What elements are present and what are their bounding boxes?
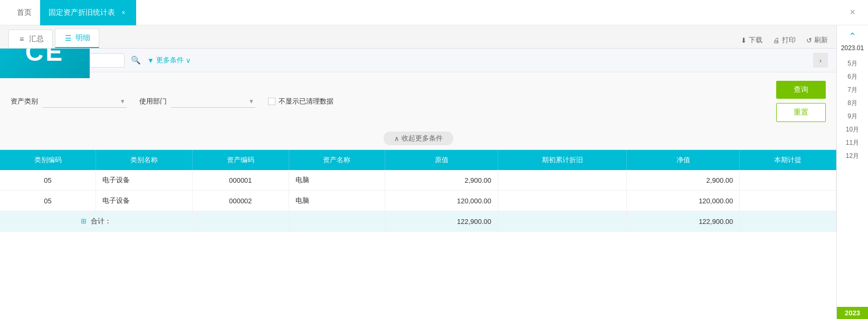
row1-category-code: 05 — [0, 170, 96, 191]
hide-cleared-label: 不显示已清理数据 — [279, 97, 333, 106]
tab-detail-label: 明细 — [75, 33, 90, 43]
more-conditions-btn[interactable]: ▼ 更多条件 ∨ — [147, 55, 191, 65]
total-empty-1 — [192, 211, 289, 232]
table-row: 05 电子设备 000002 电脑 120,000.00 120,000.00 — [0, 191, 836, 211]
col-category-name: 类别名称 — [96, 150, 193, 170]
nav-tab-fixed-assets[interactable]: 固定资产折旧统计表 × — [40, 0, 136, 25]
filter-expand-arrow[interactable]: › — [813, 53, 828, 68]
search-icon[interactable]: 🔍 — [131, 55, 141, 65]
month-item[interactable]: 11月 — [846, 136, 859, 149]
month-item[interactable]: 10月 — [846, 123, 859, 136]
right-panel-date: 2023.01 — [841, 44, 864, 52]
row1-category-name: 电子设备 — [96, 170, 193, 191]
month-item[interactable]: 12月 — [846, 149, 859, 163]
month-list: 5月6月7月8月9月10月11月12月 — [846, 57, 859, 163]
refresh-button[interactable]: ↺ 刷新 — [806, 35, 828, 45]
total-net-value: 122,900.00 — [627, 211, 740, 232]
row2-original-value: 120,000.00 — [385, 191, 498, 211]
tab-summary-label: 汇总 — [29, 34, 44, 44]
assets-table: 类别编码 类别名称 资产编码 资产名称 原值 期初累计折旧 净值 本期计提 05… — [0, 150, 836, 232]
filter-icon: ▼ — [147, 57, 154, 64]
col-original-value: 原值 — [385, 150, 498, 170]
asset-category-input[interactable] — [42, 95, 127, 108]
row2-accum-depreciation — [498, 191, 627, 211]
query-button[interactable]: 查询 — [776, 81, 826, 99]
total-original-value: 122,900.00 — [385, 211, 498, 232]
row1-accum-depreciation — [498, 170, 627, 191]
month-item[interactable]: 5月 — [846, 57, 859, 70]
download-button[interactable]: ⬇ 下载 — [741, 35, 762, 45]
nav-home[interactable]: 首页 — [8, 8, 40, 17]
sub-tabs: ≡ 汇总 ☰ 明细 ⬇ 下载 🖨 打印 ↺ 刷新 — [0, 25, 836, 49]
more-conditions-label: 更多条件 — [156, 55, 184, 65]
tab-summary[interactable]: ≡ 汇总 — [8, 30, 53, 48]
total-icon: ⊞ — [81, 217, 87, 225]
use-dept-label: 使用部门 — [139, 97, 167, 106]
table-row: 05 电子设备 000001 电脑 2,900.00 2,900.00 — [0, 170, 836, 191]
month-item[interactable]: 9月 — [846, 110, 859, 123]
col-category-code: 类别编码 — [0, 150, 96, 170]
row1-current-period — [740, 170, 836, 191]
right-panel: ⌃ 2023.01 5月6月7月8月9月10月11月12月 2023 — [836, 25, 868, 319]
use-dept-input[interactable] — [171, 95, 255, 108]
col-net-value: 净值 — [627, 150, 740, 170]
hide-cleared-checkbox[interactable] — [268, 98, 275, 105]
total-label: 合计： — [91, 217, 111, 225]
nav-tab-label: 固定资产折旧统计表 — [49, 8, 115, 17]
chevron-down-icon: ∨ — [186, 57, 191, 64]
filter-use-dept: 使用部门 ▾ — [139, 95, 255, 108]
row1-asset-code: 000001 — [192, 170, 289, 191]
row2-asset-name: 电脑 — [289, 191, 385, 211]
window-close-button[interactable]: × — [850, 7, 855, 18]
filter-row-1: 资产类别 ▾ 使用部门 ▾ 不显示已清理数据 查询 重置 — [11, 81, 826, 122]
row2-category-name: 电子设备 — [96, 191, 193, 211]
download-icon: ⬇ — [741, 36, 747, 44]
filter-asset-category: 资产类别 ▾ — [11, 95, 127, 108]
col-asset-name: 资产名称 — [289, 150, 385, 170]
total-empty-2 — [289, 211, 385, 232]
month-item[interactable]: 7月 — [846, 83, 859, 97]
table-header-row: 类别编码 类别名称 资产编码 资产名称 原值 期初累计折旧 净值 本期计提 — [0, 150, 836, 170]
advanced-filter: 资产类别 ▾ 使用部门 ▾ 不显示已清理数据 查询 重置 — [0, 72, 836, 150]
hide-cleared-checkbox-item[interactable]: 不显示已清理数据 — [268, 97, 333, 106]
tab-close-icon[interactable]: × — [119, 8, 128, 17]
col-asset-code: 资产编码 — [192, 150, 289, 170]
row1-original-value: 2,900.00 — [385, 170, 498, 191]
col-current-period: 本期计提 — [740, 150, 836, 170]
print-button[interactable]: 🖨 打印 — [773, 35, 796, 45]
download-label: 下载 — [749, 35, 762, 45]
total-accum-depreciation — [498, 211, 627, 232]
table-total-row: ⊞ 合计： 122,900.00 122,900.00 — [0, 211, 836, 232]
print-icon: 🖨 — [773, 36, 780, 44]
chevron-up-icon: ∧ — [394, 135, 399, 143]
row1-net-value: 2,900.00 — [627, 170, 740, 191]
top-nav: 首页 固定资产折旧统计表 × × — [0, 0, 868, 25]
col-accum-depreciation: 期初累计折旧 — [498, 150, 627, 170]
collapse-button[interactable]: ∧ 收起更多条件 — [384, 132, 453, 145]
summary-icon: ≡ — [17, 35, 26, 43]
refresh-label: 刷新 — [814, 35, 828, 45]
print-label: 打印 — [782, 35, 796, 45]
toolbar-right: ⬇ 下载 🖨 打印 ↺ 刷新 — [741, 35, 828, 48]
detail-icon: ☰ — [64, 34, 72, 42]
row2-asset-code: 000002 — [192, 191, 289, 211]
month-item[interactable]: 6月 — [846, 70, 859, 83]
filter-actions: 查询 重置 — [776, 81, 826, 122]
scroll-up-icon[interactable]: ⌃ — [848, 31, 856, 42]
collapse-label: 收起更多条件 — [402, 134, 443, 143]
total-current-period — [740, 211, 836, 232]
collapse-bar: ∧ 收起更多条件 — [11, 128, 826, 145]
table-container: 类别编码 类别名称 资产编码 资产名称 原值 期初累计折旧 净值 本期计提 05… — [0, 150, 836, 319]
search-bar: 🔍 ▼ 更多条件 ∨ › — [0, 49, 836, 72]
reset-button[interactable]: 重置 — [776, 103, 826, 122]
tab-detail[interactable]: ☰ 明细 — [55, 29, 99, 48]
total-icon-cell: ⊞ 合计： — [0, 211, 192, 232]
refresh-icon: ↺ — [806, 36, 812, 44]
asset-category-label: 资产类别 — [11, 97, 38, 106]
row1-asset-name: 电脑 — [289, 170, 385, 191]
row2-net-value: 120,000.00 — [627, 191, 740, 211]
row2-current-period — [740, 191, 836, 211]
month-item[interactable]: 8月 — [846, 97, 859, 110]
row2-category-code: 05 — [0, 191, 96, 211]
main-content: ≡ 汇总 ☰ 明细 ⬇ 下载 🖨 打印 ↺ 刷新 🔍 ▼ — [0, 25, 836, 319]
